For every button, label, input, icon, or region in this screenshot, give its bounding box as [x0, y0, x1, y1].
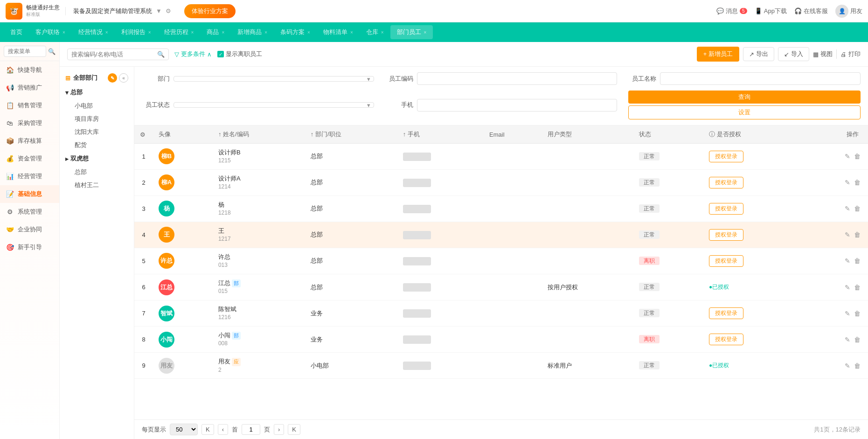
sidebar-item-collab[interactable]: 🤝 企业协同 — [0, 221, 59, 238]
print-button[interactable]: 🖨 打印 — [840, 50, 861, 58]
status-badge: 正常 — [639, 230, 660, 239]
online-service-item[interactable]: 🎧 在线客服 — [794, 7, 828, 15]
sidebar-item-finance[interactable]: 💰 资金管理 — [0, 150, 59, 167]
delete-icon[interactable]: 🗑 — [854, 257, 861, 265]
tab-warehouse[interactable]: 仓库× — [360, 25, 390, 39]
search-input[interactable] — [71, 51, 155, 58]
delete-icon[interactable]: 🗑 — [854, 153, 861, 160]
tab-profit[interactable]: 利润报告× — [115, 25, 158, 39]
avatar: 江总 — [159, 279, 174, 295]
dept-shenyang[interactable]: 沈阳大库 — [60, 125, 134, 139]
auth-button[interactable]: 授权登录 — [709, 151, 743, 162]
prev-page-button[interactable]: ‹ — [218, 424, 228, 435]
edit-icon[interactable]: ✎ — [845, 284, 850, 291]
sidebar-item-quicknav[interactable]: 🏠 快捷导航 — [0, 61, 59, 79]
auth-button[interactable]: 授权登录 — [709, 307, 743, 319]
first-page-button[interactable]: K — [201, 424, 214, 435]
status-badge: 正常 — [639, 361, 660, 369]
th-phone[interactable]: ↑ 手机 — [397, 125, 484, 144]
tab-home[interactable]: 首页 — [4, 25, 29, 39]
emp-code-input[interactable] — [417, 72, 618, 85]
settings-icon[interactable]: ⚙ — [166, 7, 171, 14]
import-button[interactable]: ↙ 导入 — [778, 47, 809, 61]
th-settings[interactable]: ⚙ — [134, 125, 153, 144]
dept-select[interactable] — [174, 76, 374, 82]
sidebar-item-system[interactable]: ⚙ 系统管理 — [0, 203, 59, 221]
dept-small-elec[interactable]: 小电部 — [60, 99, 134, 112]
edit-icon[interactable]: ✎ — [845, 231, 850, 238]
dept-hq[interactable]: 总部 — [60, 166, 134, 179]
sidebar-item-sales[interactable]: 📋 销售管理 — [0, 97, 59, 114]
delete-icon[interactable]: 🗑 — [854, 231, 861, 238]
tab-history[interactable]: 经营历程× — [158, 25, 201, 39]
auth-button[interactable]: 授权登录 — [709, 177, 743, 188]
auth-button[interactable]: 授权登录 — [709, 255, 743, 267]
edit-icon[interactable]: ✎ — [845, 336, 850, 343]
sidebar-item-purchase[interactable]: 🛍 采购管理 — [0, 114, 59, 132]
row-name: 设计师B 1215 — [213, 144, 305, 170]
dept-edit-btn[interactable]: ✎ — [108, 73, 117, 83]
delete-icon[interactable]: 🗑 — [854, 336, 861, 343]
emp-name-input[interactable] — [660, 72, 861, 85]
emp-code-condition-row: 员工编码 — [385, 72, 618, 85]
system-dropdown-icon[interactable]: ▼ — [156, 7, 162, 14]
next-page-button[interactable]: › — [274, 424, 284, 435]
sidebar-item-marketing[interactable]: 📢 营销推广 — [0, 79, 59, 97]
set-button[interactable]: 设置 — [628, 105, 861, 119]
tab-goods[interactable]: 商品× — [200, 25, 231, 39]
row-index: 3 — [134, 195, 153, 222]
tab-barcode[interactable]: 条码方案× — [274, 25, 317, 39]
sidebar-item-management[interactable]: 📊 经营管理 — [0, 167, 59, 185]
sidebar-search-input[interactable] — [4, 46, 46, 57]
more-conditions-btn[interactable]: ▽ 更多条件 ∧ — [174, 50, 212, 58]
edit-icon[interactable]: ✎ — [845, 153, 850, 160]
dept-project-room[interactable]: 项目库房 — [60, 112, 134, 125]
row-auth: 授权登录 — [703, 300, 804, 327]
export-button[interactable]: ↗ 导出 — [743, 47, 774, 61]
row-dept: 总部 — [305, 248, 397, 274]
delete-icon[interactable]: 🗑 — [854, 310, 861, 317]
show-resign-checkbox[interactable]: ✓ 显示离职员工 — [217, 50, 262, 58]
delete-icon[interactable]: 🗑 — [854, 179, 861, 186]
delete-icon[interactable]: 🗑 — [854, 362, 861, 369]
sidebar-item-inventory[interactable]: 📦 库存核算 — [0, 132, 59, 150]
sidebar-item-basic-info[interactable]: 📝 基础信息 — [0, 185, 59, 203]
delete-icon[interactable]: 🗑 — [854, 284, 861, 291]
dept-tree-general[interactable]: ▾ 总部 — [60, 85, 134, 99]
th-name[interactable]: ↑ 姓名/编码 — [213, 125, 305, 144]
auth-button[interactable]: 授权登录 — [709, 203, 743, 215]
tab-customer[interactable]: 客户联络× — [29, 25, 72, 39]
app-download-item[interactable]: 📱 App下载 — [755, 7, 787, 15]
row-index: 6 — [134, 274, 153, 300]
sidebar-item-guide[interactable]: 🎯 新手引导 — [0, 238, 59, 256]
message-item[interactable]: 💬 消息 5 — [716, 7, 747, 15]
edit-icon[interactable]: ✎ — [845, 179, 850, 186]
edit-icon[interactable]: ✎ — [845, 205, 850, 212]
dept-tree-double[interactable]: ▸ 双虎想 — [60, 152, 134, 166]
dept-dispatch[interactable]: 配货 — [60, 139, 134, 152]
edit-icon[interactable]: ✎ — [845, 362, 850, 369]
tab-dept-emp[interactable]: 部门员工× — [390, 25, 433, 39]
last-page-button[interactable]: K — [288, 424, 300, 435]
edit-icon[interactable]: ✎ — [845, 257, 850, 265]
page-number-input[interactable] — [242, 424, 260, 435]
user-area[interactable]: 👤 用友 — [835, 5, 862, 18]
auth-button[interactable]: 授权登录 — [709, 229, 743, 241]
sidebar-search-icon[interactable]: 🔍 — [48, 48, 56, 55]
th-dept[interactable]: ↑ 部门/职位 — [305, 125, 397, 144]
tab-new-goods[interactable]: 新增商品× — [231, 25, 274, 39]
add-employee-button[interactable]: + 新增员工 — [697, 47, 739, 62]
dept-collapse-btn[interactable]: « — [119, 73, 128, 83]
search-button[interactable]: 查询 — [628, 91, 861, 104]
dept-planting[interactable]: 植村王二 — [60, 179, 134, 192]
phone-input[interactable] — [417, 99, 618, 111]
edit-icon[interactable]: ✎ — [845, 310, 850, 317]
tab-bom[interactable]: 物料清单× — [317, 25, 360, 39]
page-size-select[interactable]: 50 100 — [170, 424, 198, 435]
auth-button[interactable]: 授权登录 — [709, 334, 743, 345]
delete-icon[interactable]: 🗑 — [854, 205, 861, 212]
view-button[interactable]: ▦ 视图 — [813, 50, 833, 58]
trial-button[interactable]: 体验行业方案 — [184, 4, 236, 18]
emp-status-select[interactable] — [174, 102, 374, 108]
tab-business[interactable]: 经营情况× — [72, 25, 115, 39]
